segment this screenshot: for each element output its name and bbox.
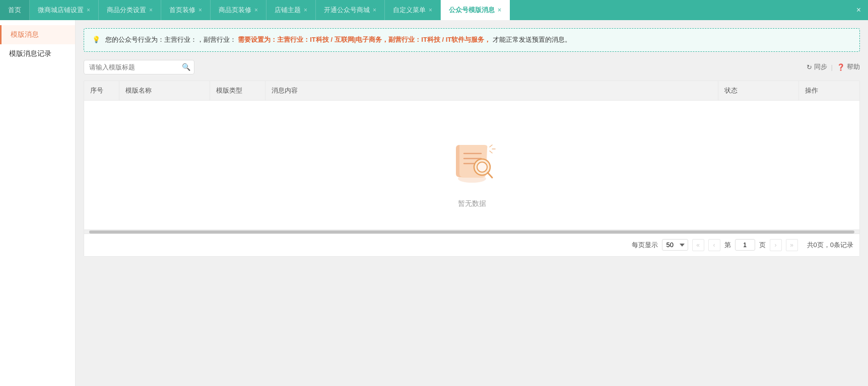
first-page-button[interactable]: « (692, 239, 704, 251)
horizontal-scrollbar[interactable] (84, 229, 859, 234)
top-nav: 首页 微商城店铺设置 × 商品分类设置 × 首页装修 × 商品页装修 × 店铺主… (0, 0, 868, 20)
page-unit: 页 (759, 241, 766, 250)
page-size-label: 每页显示 (632, 241, 658, 250)
sync-button[interactable]: ↻ 同步 (807, 62, 827, 71)
th-type: 模版类型 (210, 81, 265, 100)
tab-product-decor[interactable]: 商品页装修 × (211, 0, 266, 20)
scrollbar-thumb[interactable] (89, 230, 854, 234)
page-size-select[interactable]: 50 10 20 100 (662, 239, 688, 251)
close-icon[interactable]: × (304, 7, 307, 14)
empty-illustration (442, 131, 502, 191)
pagination: 每页显示 50 10 20 100 « ‹ 第 页 › » 共0页，0条记录 (84, 234, 859, 256)
table: 序号 模版名称 模版类型 消息内容 状态 操作 (84, 81, 860, 257)
th-content: 消息内容 (265, 81, 718, 100)
svg-line-7 (490, 145, 492, 147)
th-name: 模版名称 (119, 81, 210, 100)
divider: | (831, 63, 833, 71)
search-input-wrap: 🔍 (84, 60, 194, 74)
next-page-button[interactable]: › (770, 239, 782, 251)
help-button[interactable]: ❓ 帮助 (837, 62, 860, 71)
tab-custom-menu[interactable]: 自定义菜单 × (385, 0, 441, 20)
tab-template-msg[interactable]: 公众号模版消息 × (441, 0, 510, 20)
close-icon[interactable]: × (429, 7, 432, 14)
svg-line-6 (488, 173, 492, 178)
tab-store-settings[interactable]: 微商城店铺设置 × (30, 0, 99, 20)
prev-page-button[interactable]: ‹ (708, 239, 720, 251)
svg-line-9 (490, 151, 492, 153)
sidebar: 模版消息 模版消息记录 (0, 20, 76, 386)
close-icon[interactable]: × (149, 7, 153, 14)
info-banner: 💡 您的公众号行业为：主营行业：，副营行业： 需要设置为：主营行业：IT科技 /… (84, 28, 860, 52)
help-icon: ❓ (837, 63, 845, 71)
th-action: 操作 (799, 81, 859, 100)
th-status: 状态 (718, 81, 799, 100)
total-text: 共0页，0条记录 (807, 241, 853, 250)
close-icon[interactable]: × (254, 7, 258, 14)
sidebar-item-template-msg[interactable]: 模版消息 (0, 25, 75, 44)
close-all-button[interactable]: × (849, 6, 868, 15)
toolbar-right: ↻ 同步 | ❓ 帮助 (807, 62, 860, 71)
table-header: 序号 模版名称 模版类型 消息内容 状态 操作 (84, 81, 859, 101)
content-area: 💡 您的公众号行业为：主营行业：，副营行业： 需要设置为：主营行业：IT科技 /… (76, 20, 868, 386)
empty-text: 暂无数据 (458, 199, 486, 208)
close-icon[interactable]: × (373, 7, 376, 14)
tab-category-settings[interactable]: 商品分类设置 × (99, 0, 161, 20)
main-layout: 模版消息 模版消息记录 💡 您的公众号行业为：主营行业：，副营行业： 需要设置为… (0, 20, 868, 386)
sidebar-item-template-msg-record[interactable]: 模版消息记录 (0, 44, 75, 63)
svg-point-5 (477, 162, 487, 172)
close-icon[interactable]: × (198, 7, 202, 14)
close-icon[interactable]: × (498, 7, 501, 14)
search-bar: 🔍 ↻ 同步 | ❓ 帮助 (84, 60, 860, 74)
tab-home[interactable]: 首页 (0, 0, 30, 20)
last-page-button[interactable]: » (786, 239, 798, 251)
close-icon[interactable]: × (87, 7, 90, 14)
tab-open-mall[interactable]: 开通公众号商城 × (316, 0, 385, 20)
page-prefix: 第 (724, 241, 731, 250)
tab-store-theme[interactable]: 店铺主题 × (266, 0, 316, 20)
tab-home-decor[interactable]: 首页装修 × (161, 0, 211, 20)
th-seq: 序号 (84, 81, 119, 100)
empty-state: 暂无数据 (84, 101, 859, 228)
search-input[interactable] (84, 60, 194, 74)
page-input[interactable] (735, 239, 755, 251)
bulb-icon: 💡 (92, 36, 100, 43)
sync-icon: ↻ (807, 63, 812, 71)
search-icon[interactable]: 🔍 (182, 63, 190, 71)
